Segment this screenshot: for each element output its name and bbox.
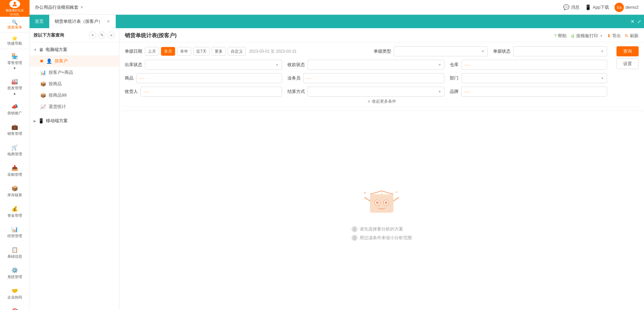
out-status-label: 出库状态	[125, 62, 142, 68]
goods-input[interactable]: ···	[136, 73, 282, 83]
sidebar-item-retail[interactable]: 🏪 零售管理 ▼	[0, 49, 29, 74]
sidebar-item-inventory[interactable]: 📦 库存核算	[0, 181, 29, 202]
collapse-bar[interactable]: ∧ 收起更多条件	[125, 97, 639, 107]
refresh-btn[interactable]: ↻ 刷新	[625, 33, 639, 39]
date-last-month-btn[interactable]: 上月	[145, 47, 159, 56]
doc-type-label: 单据类型	[374, 48, 391, 54]
desktop-group-label: 电脑端方案	[46, 47, 67, 53]
settings-btn[interactable]: 设置	[616, 58, 639, 69]
dept-select[interactable]: ▼	[461, 73, 607, 83]
search-menu[interactable]: 🔍 搜索菜单	[0, 17, 29, 33]
page-actions: ? 帮助 🖨 按模板打印 ▼ ⬇ 导出 ↻ 刷新	[554, 33, 639, 39]
consignee-input[interactable]: ···	[141, 87, 282, 97]
scheme-item-by-product[interactable]: 📦 按商品	[30, 78, 119, 90]
main-content: 销货单统计表(按客户) ? 帮助 🖨 按模板打印 ▼ ⬇ 导出	[119, 28, 644, 310]
tab-close-icon[interactable]: ✕	[107, 19, 110, 24]
salesperson-input[interactable]: ···	[303, 73, 445, 83]
scheme-item-return-stats[interactable]: 📈 退货统计	[30, 101, 119, 112]
inventory-label: 库存核算	[7, 193, 22, 198]
empty-tips: 1 请先选择要分析的方案 2 用过滤条件来缩小分析范围	[352, 225, 412, 242]
svg-text:✦: ✦	[395, 190, 398, 194]
date-more-btn[interactable]: 更多	[212, 47, 226, 56]
settlement-select[interactable]: ▼	[308, 87, 445, 97]
sidebar-item-system[interactable]: ⚙️ 系统管理	[0, 263, 29, 283]
add-scheme-btn[interactable]: +	[89, 32, 96, 39]
print-btn[interactable]: 🖨 按模板打印 ▼	[571, 33, 603, 39]
warehouse-dots: ···	[464, 62, 470, 67]
svg-text:✦: ✦	[363, 191, 367, 195]
help-btn[interactable]: ? 帮助	[554, 33, 567, 39]
sidebar-item-enterprise[interactable]: 🤝 企业协同	[0, 283, 29, 304]
sidebar-item-finance[interactable]: 💰 资金管理	[0, 202, 29, 222]
page-header: 销货单统计表(按客户) ? 帮助 🖨 按模板打印 ▼ ⬇ 导出	[119, 28, 644, 42]
export-label: 导出	[612, 33, 621, 39]
scheme-item-by-customer-product[interactable]: 📊 按客户+商品	[30, 67, 119, 78]
scheme-panel: 按以下方案查询 + ✎ « ▼ 🖥 电脑端方案 👤 按客户	[30, 28, 119, 310]
sidebar-item-newbie[interactable]: 🎯 新手引导	[0, 304, 29, 310]
print-dropdown-icon: ▼	[599, 34, 603, 38]
sidebar-item-marketing[interactable]: 📣 营销推广	[0, 99, 29, 120]
messages-btn[interactable]: 💬 消息	[563, 4, 580, 10]
sidebar-item-purchase[interactable]: 📥 采购管理	[0, 161, 29, 181]
doc-type-arrow: ▼	[481, 49, 485, 53]
account-selector[interactable]: 办公用品行业模拟账套 ▼	[35, 4, 84, 10]
scheme-item-by-customer[interactable]: 👤 按客户	[30, 55, 119, 67]
sidebar-item-sales[interactable]: 💼 销售管理	[0, 120, 29, 140]
query-btn[interactable]: 查询	[616, 46, 639, 56]
receipt-status-label: 收款状态	[287, 62, 305, 68]
finance-icon: 💰	[11, 206, 18, 212]
messages-label: 消息	[571, 4, 580, 10]
goods-dots: ···	[139, 75, 145, 81]
collapse-panel-btn[interactable]: «	[108, 32, 115, 39]
warehouse-input[interactable]: ···	[461, 60, 607, 70]
sidebar-item-basic[interactable]: 📋 基础信息	[0, 243, 29, 263]
return-stats-label: 退货统计	[49, 104, 66, 110]
date-this-month-btn[interactable]: 本月	[161, 47, 175, 56]
main-area: 办公用品行业模拟账套 ▼ 💬 消息 📱 App下载 Ea demo2 首页	[30, 0, 644, 310]
by-customer-product-icon: 📊	[40, 70, 46, 75]
export-icon: ⬇	[607, 33, 611, 38]
tip-1-text: 请先选择要分析的方案	[360, 225, 403, 234]
tab-sales-summary[interactable]: 销货单统计表（按客户） ✕	[49, 15, 116, 28]
by-product-icon: 📦	[40, 81, 46, 87]
svg-point-5	[385, 201, 387, 204]
topbar: 办公用品行业模拟账套 ▼ 💬 消息 📱 App下载 Ea demo2	[30, 0, 644, 15]
brand-input[interactable]: ···	[461, 87, 607, 97]
enterprise-label: 企业协同	[7, 295, 22, 300]
user-menu[interactable]: Ea demo2	[614, 3, 639, 12]
sidebar-item-wholesale[interactable]: 🏭 批发管理 ▲	[0, 74, 29, 99]
sidebar-item-ecommerce[interactable]: 🛒 电商管理	[0, 140, 29, 161]
retail-label: 零售管理	[7, 60, 22, 65]
maximize-icon[interactable]: ⤢	[637, 19, 641, 24]
quick-nav-label: 快捷导航	[0, 41, 29, 46]
quick-nav[interactable]: ⭐ 快捷导航	[0, 33, 29, 49]
filter-date: 单据日期 上月 本月 本年 近7天 更多 自定义 2023-03-01 至 20…	[125, 47, 368, 56]
basic-icon: 📋	[11, 247, 18, 253]
out-status-select[interactable]: ▼	[145, 60, 282, 70]
enterprise-icon: 🤝	[11, 288, 18, 294]
by-product-label: 按商品	[49, 81, 62, 87]
scheme-item-by-product-99[interactable]: 📦 按商品99	[30, 90, 119, 101]
scheme-group-header-mobile[interactable]: ▶ 📱 移动端方案	[30, 115, 119, 126]
message-icon: 💬	[563, 4, 570, 10]
close-window-icon[interactable]: ✕	[631, 19, 635, 24]
purchase-icon: 📥	[11, 165, 18, 171]
filter-doc-type: 单据类型 ▼	[374, 46, 488, 56]
doc-type-select[interactable]: ▼	[394, 46, 488, 56]
topbar-right: 💬 消息 📱 App下载 Ea demo2	[563, 3, 639, 12]
date-this-year-btn[interactable]: 本年	[177, 47, 191, 56]
edit-scheme-btn[interactable]: ✎	[98, 32, 106, 39]
wholesale-label: 批发管理	[7, 86, 22, 91]
sidebar-item-operations[interactable]: 📊 经营管理	[0, 222, 29, 243]
export-btn[interactable]: ⬇ 导出	[607, 33, 621, 39]
date-last7-btn[interactable]: 近7天	[193, 47, 210, 56]
receipt-status-select[interactable]: ▼	[308, 60, 445, 70]
svg-point-4	[376, 201, 379, 204]
app-download-btn[interactable]: 📱 App下载	[585, 4, 609, 10]
tab-home[interactable]: 首页	[30, 15, 49, 28]
scheme-group-header-desktop[interactable]: ▼ 🖥 电脑端方案	[30, 44, 119, 55]
doc-status-select[interactable]: ▼	[513, 46, 607, 56]
brand-dots: ···	[464, 89, 470, 94]
filter-row-3: 商品 ··· 业务员 ···	[125, 73, 607, 83]
date-custom-btn[interactable]: 自定义	[228, 47, 246, 56]
